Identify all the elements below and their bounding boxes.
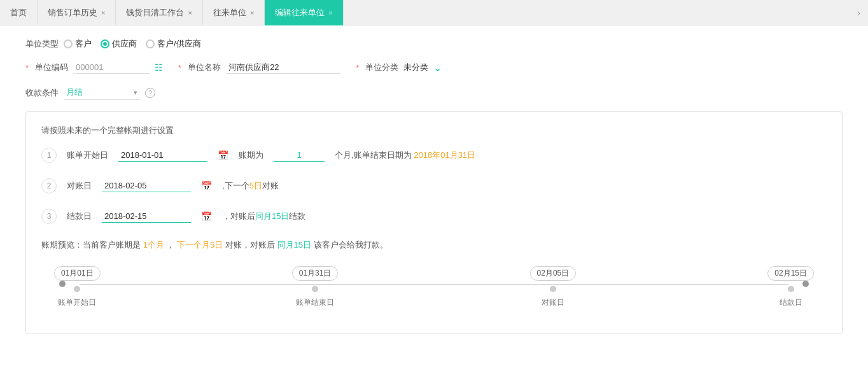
tl-dot-3 — [550, 286, 556, 292]
code-copy-icon[interactable]: ☷ — [155, 62, 163, 73]
timeline-point-1: 01月01日 账单开始日 — [54, 266, 101, 308]
page-content: 单位类型 客户 供应商 客户/供应商 * 单位编码 — [0, 25, 868, 387]
step1-month-input[interactable] — [274, 149, 325, 162]
radio-customer[interactable]: 客户 — [64, 38, 92, 50]
name-required-star: * — [178, 63, 181, 73]
step-row-1: 1 账单开始日 📅 账期为 个月,账单结束日期为 2018年01月31日 — [41, 148, 827, 163]
tl-badge-1: 01月01日 — [54, 266, 101, 281]
step-num-3: 3 — [41, 209, 57, 224]
tl-badge-3: 02月05日 — [530, 266, 577, 281]
payment-select[interactable]: 月结 ▾ — [64, 85, 140, 100]
step1-calendar-icon[interactable]: 📅 — [218, 150, 228, 160]
payment-value: 月结 — [66, 87, 131, 98]
tl-label-4: 结款日 — [780, 297, 802, 308]
radio-circle-customer — [64, 39, 73, 48]
preview-hl2: 下一个月5日 — [177, 240, 223, 250]
tab-scroll-arrow[interactable]: › — [850, 0, 868, 25]
unit-type-radio-group: 客户 供应商 客户/供应商 — [64, 38, 201, 50]
tab-cash-work[interactable]: 钱货日清工作台 × — [116, 0, 202, 25]
step1-mid-text: 账期为 — [239, 150, 263, 161]
step-row-3: 3 结款日 📅 ，对账后同月15日结款 — [41, 209, 827, 224]
step-row-2: 2 对账日 📅 ,下一个5日对账 — [41, 178, 827, 194]
tl-label-2: 账单结束日 — [296, 297, 334, 308]
tl-label-1: 账单开始日 — [58, 297, 96, 308]
step2-desc: ,下一个5日对账 — [222, 180, 279, 192]
tab-home[interactable]: 首页 — [0, 0, 38, 25]
unit-type-label: 单位类型 — [25, 38, 59, 50]
name-field: * 单位名称 — [178, 61, 340, 74]
code-field: * 单位编码 ☷ — [25, 61, 163, 74]
tl-label-3: 对账日 — [542, 297, 564, 308]
tab-bar: 首页 销售订单历史 × 钱货日清工作台 × 往来单位 × 编辑往来单位 × › — [0, 0, 868, 25]
payment-field: 收款条件 月结 ▾ ? — [25, 85, 155, 100]
payment-row: 收款条件 月结 ▾ ? — [25, 85, 843, 100]
category-chevron-icon: ⌄ — [433, 62, 442, 74]
radio-circle-supplier — [101, 39, 109, 48]
tl-dot-4 — [788, 286, 794, 292]
radio-circle-both — [146, 39, 155, 48]
close-partners[interactable]: × — [250, 9, 254, 17]
close-cash-work[interactable]: × — [188, 9, 192, 17]
name-input[interactable] — [226, 61, 340, 74]
step3-date-input[interactable] — [102, 210, 191, 223]
radio-both[interactable]: 客户/供应商 — [146, 38, 201, 50]
step-label-2: 对账日 — [67, 180, 92, 192]
step-label-1: 账单开始日 — [67, 150, 108, 161]
radio-supplier[interactable]: 供应商 — [101, 38, 137, 50]
preview-hl1: 1个月 — [143, 240, 164, 250]
unit-type-field: 单位类型 客户 供应商 客户/供应商 — [25, 38, 201, 50]
timeline-point-3: 02月05日 对账日 — [530, 266, 577, 308]
step-label-3: 结款日 — [67, 211, 92, 222]
period-settings-section: 请按照未来的一个完整帐期进行设置 1 账单开始日 📅 账期为 个月,账单结束日期… — [25, 111, 843, 334]
tab-sales-history[interactable]: 销售订单历史 × — [38, 0, 116, 25]
radio-label-both: 客户/供应商 — [157, 38, 201, 50]
payment-help-icon[interactable]: ? — [145, 88, 155, 98]
step3-calendar-icon[interactable]: 📅 — [201, 211, 212, 222]
payment-label: 收款条件 — [25, 87, 59, 99]
tl-dot-2 — [312, 286, 318, 292]
code-label: 单位编码 — [35, 62, 68, 73]
tab-partners[interactable]: 往来单位 × — [203, 0, 265, 25]
tab-edit-partner[interactable]: 编辑往来单位 × — [265, 0, 343, 25]
radio-label-customer: 客户 — [75, 38, 92, 50]
name-label: 单位名称 — [188, 62, 221, 73]
step1-suffix: 个月,账单结束日期为 2018年01月31日 — [335, 150, 475, 161]
payment-chevron-icon: ▾ — [134, 88, 137, 97]
category-value: 未分类 — [403, 62, 428, 73]
step2-calendar-icon[interactable]: 📅 — [201, 181, 212, 191]
tl-badge-4: 02月15日 — [767, 266, 814, 281]
category-field: * 单位分类 未分类 ⌄ — [356, 62, 518, 74]
close-sales-history[interactable]: × — [101, 9, 105, 17]
step3-desc: ，对账后同月15日结款 — [222, 211, 305, 222]
code-required-star: * — [25, 63, 29, 73]
timeline-point-4: 02月15日 结款日 — [767, 266, 814, 308]
cat-required-star: * — [356, 63, 359, 73]
step2-highlight: 5日 — [249, 181, 262, 190]
step1-end-date: 2018年01月31日 — [414, 150, 475, 160]
category-select[interactable]: 未分类 ⌄ — [403, 62, 518, 74]
tl-dot-1 — [74, 286, 80, 292]
timeline-wrapper: 01月01日 账单开始日 01月31日 账单结束日 02月05日 对账 — [41, 266, 827, 321]
step2-date-input[interactable] — [102, 179, 191, 192]
code-name-row: * 单位编码 ☷ * 单位名称 * 单位分类 未分类 ⌄ — [25, 61, 843, 74]
preview-text: 账期预览：当前客户账期是 1个月 ， 下一个月5日 对账，对账后 同月15日 该… — [41, 239, 827, 251]
category-label: 单位分类 — [365, 62, 398, 73]
step-num-1: 1 — [41, 148, 57, 163]
timeline-point-2: 01月31日 账单结束日 — [292, 266, 339, 308]
unit-type-row: 单位类型 客户 供应商 客户/供应商 — [25, 38, 843, 50]
step3-highlight: 同月15日 — [255, 211, 289, 221]
step1-date-input[interactable] — [118, 149, 207, 162]
radio-label-supplier: 供应商 — [112, 38, 137, 50]
timeline-points: 01月01日 账单开始日 01月31日 账单结束日 02月05日 对账 — [54, 266, 814, 308]
preview-hl3: 同月15日 — [277, 240, 311, 250]
step-num-2: 2 — [41, 178, 57, 194]
close-edit-partner[interactable]: × — [328, 9, 332, 17]
section-title: 请按照未来的一个完整帐期进行设置 — [41, 125, 827, 136]
tl-badge-2: 01月31日 — [292, 266, 339, 281]
code-input[interactable] — [73, 61, 150, 74]
